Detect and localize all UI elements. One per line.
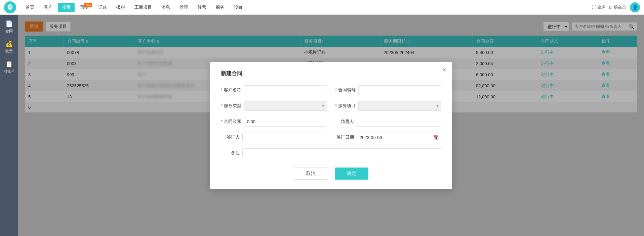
label-signer: 签订人	[221, 134, 240, 140]
select-wrapper-service-type	[244, 101, 327, 111]
date-input-wrapper: 📅	[357, 133, 441, 142]
field-signer: 签订人	[221, 133, 327, 142]
main-content: 新增 服务项目 进行中 已完成 已终止 🔍 序号 合同编号 ⇅	[18, 15, 644, 236]
field-responsible: 负责人	[335, 117, 441, 127]
label-contract-no: 合同编号	[335, 87, 356, 93]
nav-home[interactable]: 首页	[22, 3, 38, 12]
nav-right: ⛶ 全屏 ▷ 畅会员 👤	[592, 2, 640, 12]
sidebar-item-contract[interactable]: 📄 合同	[0, 17, 18, 36]
select-service-item[interactable]	[358, 101, 441, 111]
modal-footer: 取消 确定	[221, 168, 441, 180]
field-service-item: 服务项目	[335, 101, 441, 111]
input-signer[interactable]	[242, 133, 327, 142]
nav-management[interactable]: 管理	[175, 3, 192, 12]
form-row-4: 签订人 签订日期 📅	[221, 133, 441, 142]
nav-business[interactable]: 工商项目	[130, 3, 156, 12]
field-sign-date: 签订日期 📅	[335, 133, 441, 142]
input-sign-date[interactable]	[357, 133, 441, 142]
label-contract-amount: 合同金额	[221, 119, 241, 125]
field-remark: 备注	[221, 148, 441, 158]
input-responsible[interactable]	[357, 117, 441, 127]
nav-items: 首页 客户 收费 票据 new 记账 报税 工商项目 消息 管理 经营 服务 设…	[22, 3, 592, 12]
nav-service[interactable]: 服务	[212, 3, 229, 12]
label-service-type: 服务类型	[221, 103, 241, 109]
user-icon: 👤	[632, 5, 638, 10]
label-service-item: 服务项目	[335, 103, 356, 109]
nav-customer[interactable]: 客户	[40, 3, 56, 12]
nav-bookkeeping[interactable]: 记账	[94, 3, 111, 12]
sidebar: 📄 合同 💰 收费 📋 对账单	[0, 15, 18, 236]
label-responsible: 负责人	[335, 119, 354, 125]
cancel-button[interactable]: 取消	[294, 168, 328, 180]
modal-close-button[interactable]: ✕	[442, 66, 447, 74]
nav-tax[interactable]: 报税	[112, 3, 129, 12]
nav-operation[interactable]: 经营	[194, 3, 210, 12]
top-nav: 首页 客户 收费 票据 new 记账 报税 工商项目 消息 管理 经营 服务 设…	[0, 0, 644, 15]
avatar[interactable]: 👤	[630, 2, 640, 12]
sidebar-item-fee[interactable]: 💰 收费	[0, 38, 18, 56]
statement-icon: 📋	[5, 60, 13, 68]
fullscreen-icon: ⛶	[592, 5, 596, 10]
layout: 📄 合同 💰 收费 📋 对账单 新增 服务项目 进行中 已完成 已终止 🔍	[0, 15, 644, 236]
field-contract-amount: 合同金额	[221, 117, 327, 127]
form-row-5: 备注	[221, 148, 441, 158]
confirm-button[interactable]: 确定	[335, 168, 368, 180]
calendar-icon[interactable]: 📅	[433, 135, 439, 140]
field-customer-name: 客户名称	[221, 85, 327, 95]
input-remark[interactable]	[242, 148, 441, 158]
nav-message[interactable]: 消息	[157, 3, 174, 12]
form-row-1: 客户名称 合同编号	[221, 85, 441, 95]
nav-fee[interactable]: 收费	[58, 3, 75, 12]
field-contract-no: 合同编号	[335, 85, 441, 95]
nav-settings[interactable]: 设置	[230, 3, 247, 12]
modal-overlay: ✕ 新建合同 客户名称 合同编号 服务类型	[18, 15, 644, 236]
input-customer-name[interactable]	[244, 85, 327, 95]
member-button[interactable]: ▷ 畅会员	[609, 4, 626, 10]
modal-title: 新建合同	[221, 70, 441, 77]
select-service-type[interactable]	[244, 101, 327, 111]
label-remark: 备注	[221, 150, 240, 156]
fullscreen-button[interactable]: ⛶ 全屏	[592, 4, 605, 10]
nav-receipt[interactable]: 票据 new	[76, 3, 93, 12]
label-customer-name: 客户名称	[221, 87, 241, 93]
app-logo	[4, 1, 16, 13]
select-wrapper-service-item	[358, 101, 441, 111]
fee-icon: 💰	[5, 40, 13, 48]
play-icon: ▷	[609, 5, 612, 10]
input-contract-amount[interactable]	[244, 117, 327, 127]
input-contract-no[interactable]	[358, 85, 441, 95]
modal-new-contract: ✕ 新建合同 客户名称 合同编号 服务类型	[210, 62, 452, 189]
svg-point-0	[9, 6, 11, 8]
form-row-3: 合同金额 负责人	[221, 117, 441, 127]
label-sign-date: 签订日期	[335, 134, 354, 140]
sidebar-item-statement[interactable]: 📋 对账单	[0, 58, 18, 77]
contract-icon: 📄	[5, 20, 13, 28]
new-badge: new	[84, 3, 92, 7]
form-row-2: 服务类型 服务项目	[221, 101, 441, 111]
field-service-type: 服务类型	[221, 101, 327, 111]
